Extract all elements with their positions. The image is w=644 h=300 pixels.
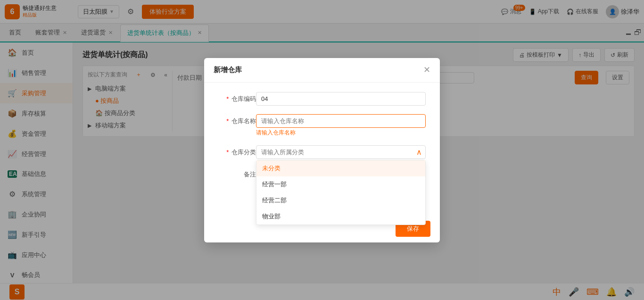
code-label: * 仓库编码 (218, 92, 256, 103)
form-row-code: * 仓库编码 (218, 92, 426, 106)
dropdown-item-op3[interactable]: 物业部 (256, 208, 425, 225)
dialog-close-btn[interactable]: ✕ (423, 66, 430, 74)
name-control: 请输入仓库名称 (256, 114, 426, 137)
name-required-mark: * (226, 117, 229, 125)
category-control: ∧ 未分类 经营一部 经营二部 物业部 (256, 145, 426, 159)
dialog-new-warehouse: 新增仓库 ✕ * 仓库编码 * 仓库名称 (204, 58, 440, 242)
category-input[interactable] (256, 145, 426, 159)
dialog-body: * 仓库编码 * 仓库名称 请输入仓库名称 (204, 83, 440, 215)
form-row-name: * 仓库名称 请输入仓库名称 (218, 114, 426, 137)
code-input[interactable] (256, 92, 426, 106)
category-label: * 仓库分类 (218, 145, 256, 157)
code-required-mark: * (226, 95, 229, 102)
name-error-tip: 请输入仓库名称 (256, 129, 426, 137)
name-label: * 仓库名称 (218, 114, 256, 125)
dropdown-item-op1[interactable]: 经营一部 (256, 176, 425, 192)
code-control (256, 92, 426, 106)
modal-overlay: 新增仓库 ✕ * 仓库编码 * 仓库名称 (0, 0, 644, 300)
dropdown-item-op2[interactable]: 经营二部 (256, 192, 425, 208)
name-input[interactable] (256, 114, 426, 128)
form-row-category: * 仓库分类 ∧ 未分类 经营一部 经营二部 物业部 (218, 145, 426, 159)
category-select-wrap: ∧ (256, 145, 426, 159)
category-dropdown: 未分类 经营一部 经营二部 物业部 (256, 160, 426, 225)
remark-label: 备注 (218, 167, 256, 179)
category-required-mark: * (226, 149, 229, 156)
category-arrow-icon[interactable]: ∧ (416, 148, 422, 157)
dialog-header: 新增仓库 ✕ (204, 58, 440, 83)
dialog-title: 新增仓库 (214, 66, 242, 75)
dropdown-item-none[interactable]: 未分类 (256, 160, 425, 176)
